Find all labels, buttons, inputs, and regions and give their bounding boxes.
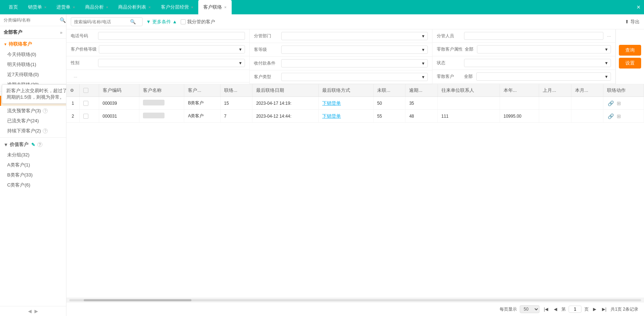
payment-select[interactable]: ▾	[281, 59, 428, 67]
dots-label[interactable]: ...	[71, 72, 245, 80]
col-last-method-header[interactable]: 最后联络方式	[319, 84, 374, 97]
sidebar-item-decline[interactable]: 持续下滑客户(2) ?	[0, 126, 66, 136]
value-edit-icon[interactable]: ✎	[31, 142, 35, 147]
status-select[interactable]: ▾	[464, 59, 611, 67]
sidebar-item-ungroup[interactable]: 未分组(32)	[0, 150, 66, 160]
set-button[interactable]: 设置	[619, 58, 641, 69]
nav-purchase-close[interactable]: ×	[73, 5, 75, 9]
nav-customer-contact-close[interactable]: ×	[224, 5, 226, 9]
col-no-contact-header[interactable]: 未联...	[374, 84, 406, 97]
sidebar-item-b-class[interactable]: B类客户(33)	[0, 170, 66, 180]
nav-analysis-list[interactable]: 商品分析列表 ×	[113, 0, 156, 14]
col-name-header[interactable]: 客户名称	[139, 84, 184, 97]
action-link-icon-0[interactable]: 🔗	[608, 100, 614, 106]
nav-analysis-close[interactable]: ×	[106, 5, 108, 9]
page-input[interactable]	[569, 306, 582, 313]
sidebar-item-tomorrow[interactable]: 明天待联络(1)	[0, 60, 66, 70]
cell-code-1: 000031	[99, 110, 139, 123]
next-page-btn[interactable]: ▶	[592, 306, 598, 312]
nav-customer-seg[interactable]: 客户分层经营 ×	[156, 0, 198, 14]
cell-checkbox-0[interactable]	[79, 97, 99, 110]
col-overdue-header[interactable]: 逾期...	[406, 84, 437, 97]
phone-input[interactable]	[98, 32, 245, 40]
filter-phone: 电话号码	[66, 29, 249, 43]
retail-select[interactable]: ▾	[476, 72, 611, 81]
col-last-date-header[interactable]: 最后联络日期	[252, 84, 319, 97]
query-button[interactable]: 查询	[619, 45, 641, 56]
col-grade-header[interactable]: 客户...	[184, 84, 220, 97]
col-checkbox-header[interactable]	[79, 84, 99, 97]
col-last-month-header[interactable]: 上月...	[539, 84, 571, 97]
col-code-header[interactable]: 客户编码	[99, 84, 139, 97]
col-settings-header[interactable]: ⚙	[66, 84, 79, 97]
col-year-header[interactable]: 本年...	[500, 84, 539, 97]
action-grid-icon-1[interactable]: ⊞	[617, 113, 621, 119]
c-class-label: C类客户(6)	[7, 182, 30, 188]
table-area: ⚙ 客户编码 客户名称 客户... 联络...	[66, 84, 644, 298]
price-grade-select[interactable]: ▾	[99, 45, 245, 53]
sidebar-item-lost[interactable]: 已流失客户(24)	[0, 116, 66, 126]
action-link-icon-1[interactable]: 🔗	[608, 113, 614, 119]
sidebar-item-c-class[interactable]: C类客户(6)	[0, 180, 66, 190]
sidebar-search-input[interactable]	[4, 18, 57, 23]
sidebar-item-7days[interactable]: 近7天待联络(0)	[0, 70, 66, 80]
cell-last-method-0[interactable]: 下销货单	[319, 97, 374, 110]
search-box-icon[interactable]: 🔍	[130, 19, 136, 24]
window-close-button[interactable]: ×	[636, 4, 640, 11]
sidebar-collapse-icon[interactable]: »	[60, 30, 62, 35]
my-customer-checkbox[interactable]	[181, 19, 186, 24]
nav-analysis-list-close[interactable]: ×	[148, 5, 150, 9]
col-unit-contact-header[interactable]: 往来单位联系人	[437, 84, 500, 97]
last-page-btn[interactable]: ▶|	[601, 306, 608, 312]
horizontal-scrollbar[interactable]	[66, 298, 644, 302]
nav-sales[interactable]: 销货单 ×	[23, 0, 51, 14]
sidebar-item-today[interactable]: 今天待联络(0)	[0, 49, 66, 60]
cell-checkbox-1[interactable]	[79, 110, 99, 123]
dept-select[interactable]: ▾	[281, 32, 428, 40]
sidebar-item-a-class[interactable]: A类客户(1)	[0, 160, 66, 170]
phone-label: 电话号码	[71, 33, 96, 39]
sidebar-value-section[interactable]: ▼ 价值客户 ✎ ?	[0, 139, 66, 150]
sidebar-prev-icon[interactable]: ◀	[28, 308, 32, 314]
cell-last-method-1[interactable]: 下销货单	[319, 110, 374, 123]
nav-sales-close[interactable]: ×	[44, 5, 46, 9]
retail-attr-select[interactable]: ▾	[477, 45, 611, 53]
cell-grade-0: B类客户	[184, 97, 220, 110]
scrollbar-thumb[interactable]	[84, 299, 191, 301]
customer-type-select[interactable]: ▾	[281, 73, 428, 81]
nav-customer-contact[interactable]: 客户联络 ×	[198, 0, 231, 14]
sidebar-pending-section[interactable]: ▼ 待联络客户	[0, 39, 66, 49]
all-customers-label: 全部客户	[4, 29, 22, 36]
page-size-select[interactable]: 50 100 200	[520, 305, 539, 313]
cell-action-0[interactable]: 🔗 ⊞	[603, 97, 644, 110]
filter-customer-grade: 客等级 ▾	[250, 43, 432, 57]
prev-page-btn[interactable]: ◀	[552, 306, 559, 312]
person-input[interactable]	[464, 32, 603, 40]
sidebar-nav-bottom: ◀ ▶	[0, 306, 66, 316]
status-label: 状态	[437, 60, 462, 66]
nav-purchase[interactable]: 进货单 ×	[51, 0, 80, 14]
sidebar-next-icon[interactable]: ▶	[34, 308, 38, 314]
action-grid-icon-0[interactable]: ⊞	[617, 100, 621, 106]
col-action-header[interactable]: 联络动作	[603, 84, 644, 97]
sidebar-item-loss-warn[interactable]: 流失预警客户(3) ?	[0, 106, 66, 116]
b-class-label: B类客户(33)	[7, 172, 33, 178]
gender-select[interactable]: ▾	[98, 59, 245, 67]
col-contact-header[interactable]: 联络...	[220, 84, 252, 97]
dept-label: 分管部门	[254, 33, 279, 39]
more-conditions-btn[interactable]: ▼ 更多条件 ▲	[146, 19, 177, 25]
export-button[interactable]: ⬆ 导出	[625, 19, 640, 25]
first-page-btn[interactable]: |◀	[542, 306, 550, 312]
cell-action-1[interactable]: 🔗 ⊞	[603, 110, 644, 123]
col-this-month-header[interactable]: 本月...	[571, 84, 603, 97]
nav-analysis[interactable]: 商品分析 ×	[80, 0, 113, 14]
filter-bar-right: ⬆ 导出	[625, 19, 640, 25]
sidebar-search-icon[interactable]: 🔍	[60, 17, 66, 23]
nav-home[interactable]: 首页	[4, 0, 23, 14]
customer-grade-select[interactable]: ▾	[281, 46, 428, 54]
search-input[interactable]	[74, 19, 128, 24]
search-box[interactable]: 🔍	[71, 17, 143, 26]
filter-payment: 收付款条件 ▾	[250, 57, 432, 70]
person-dots-icon[interactable]: ···	[607, 33, 611, 39]
nav-customer-seg-close[interactable]: ×	[191, 5, 193, 9]
